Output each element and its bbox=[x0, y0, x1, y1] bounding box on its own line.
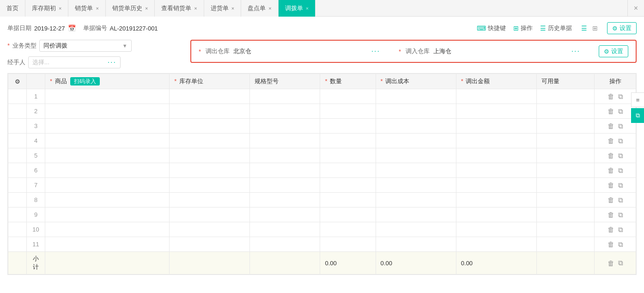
row-amount[interactable] bbox=[456, 237, 536, 252]
tab-inventory-init-close[interactable]: × bbox=[59, 6, 61, 11]
tab-stock-check[interactable]: 盘点单 × bbox=[241, 0, 278, 17]
tab-sales-order[interactable]: 销货单 × bbox=[68, 0, 105, 17]
row-available[interactable] bbox=[537, 148, 595, 163]
row-unit[interactable] bbox=[170, 208, 250, 222]
scan-button[interactable]: 扫码录入 bbox=[70, 77, 100, 85]
row-unit[interactable] bbox=[170, 222, 250, 237]
row-spec[interactable] bbox=[250, 208, 320, 222]
history-action[interactable]: ☰ 历史单据 bbox=[540, 24, 572, 32]
tab-check-sales[interactable]: 查看销货单 × bbox=[155, 0, 204, 17]
row-cost[interactable] bbox=[376, 89, 456, 104]
row-qty[interactable] bbox=[320, 208, 376, 222]
row-product[interactable] bbox=[45, 163, 170, 178]
row-cost[interactable] bbox=[376, 178, 456, 193]
tab-sales-order-close[interactable]: × bbox=[96, 6, 98, 11]
row-spec[interactable] bbox=[250, 193, 320, 208]
row-cost[interactable] bbox=[376, 222, 456, 237]
calendar-icon[interactable]: 📅 bbox=[68, 24, 76, 32]
row-spec[interactable] bbox=[250, 222, 320, 237]
tab-purchase-order-close[interactable]: × bbox=[231, 6, 234, 11]
copy-icon[interactable]: ⧉ bbox=[618, 211, 623, 219]
row-amount[interactable] bbox=[456, 208, 536, 222]
row-available[interactable] bbox=[537, 163, 595, 178]
operations-action[interactable]: ⊞ 操作 bbox=[513, 24, 533, 32]
tab-sales-history[interactable]: 销货单历史 × bbox=[106, 0, 155, 17]
row-qty[interactable] bbox=[320, 148, 376, 163]
table-settings-icon[interactable]: ⚙ bbox=[15, 78, 20, 85]
row-spec[interactable] bbox=[250, 237, 320, 252]
row-amount[interactable] bbox=[456, 134, 536, 148]
row-unit[interactable] bbox=[170, 237, 250, 252]
row-cost[interactable] bbox=[376, 104, 456, 119]
tab-purchase-order[interactable]: 进货单 × bbox=[204, 0, 241, 17]
row-available[interactable] bbox=[537, 222, 595, 237]
row-available[interactable] bbox=[537, 237, 595, 252]
delete-icon[interactable]: 🗑 bbox=[608, 196, 614, 204]
tab-home[interactable]: 首页 bbox=[0, 0, 25, 17]
row-unit[interactable] bbox=[170, 119, 250, 134]
row-cost[interactable] bbox=[376, 148, 456, 163]
row-available[interactable] bbox=[537, 208, 595, 222]
row-product[interactable] bbox=[45, 208, 170, 222]
operator-placeholder[interactable]: 选择... bbox=[32, 58, 104, 67]
tab-inventory-init[interactable]: 库存期初 × bbox=[25, 0, 68, 17]
row-available[interactable] bbox=[537, 178, 595, 193]
operator-more-icon[interactable]: ··· bbox=[108, 58, 116, 67]
side-note-button[interactable]: ≡ bbox=[631, 92, 644, 107]
row-product[interactable] bbox=[45, 148, 170, 163]
delete-icon[interactable]: 🗑 bbox=[608, 137, 614, 145]
delete-icon[interactable]: 🗑 bbox=[608, 122, 614, 130]
row-amount[interactable] bbox=[456, 193, 536, 208]
row-product[interactable] bbox=[45, 222, 170, 237]
row-amount[interactable] bbox=[456, 163, 536, 178]
layout-icon-list[interactable]: ☰ bbox=[579, 24, 589, 33]
row-qty[interactable] bbox=[320, 163, 376, 178]
row-product[interactable] bbox=[45, 119, 170, 134]
layout-icon-grid[interactable]: ⊞ bbox=[590, 24, 600, 33]
delete-icon[interactable]: 🗑 bbox=[608, 166, 614, 174]
side-export-button[interactable]: ⧉ bbox=[631, 108, 644, 123]
row-cost[interactable] bbox=[376, 163, 456, 178]
tab-sales-history-close[interactable]: × bbox=[145, 6, 148, 11]
row-cost[interactable] bbox=[376, 208, 456, 222]
row-qty[interactable] bbox=[320, 237, 376, 252]
row-unit[interactable] bbox=[170, 193, 250, 208]
row-cost[interactable] bbox=[376, 134, 456, 148]
row-cost[interactable] bbox=[376, 119, 456, 134]
row-product[interactable] bbox=[45, 178, 170, 193]
row-cost[interactable] bbox=[376, 237, 456, 252]
copy-icon[interactable]: ⧉ bbox=[618, 137, 623, 145]
row-product[interactable] bbox=[45, 237, 170, 252]
row-available[interactable] bbox=[537, 193, 595, 208]
row-available[interactable] bbox=[537, 89, 595, 104]
row-available[interactable] bbox=[537, 119, 595, 134]
tab-transfer-close[interactable]: × bbox=[306, 6, 309, 11]
row-available[interactable] bbox=[537, 104, 595, 119]
subtotal-copy-icon[interactable]: ⧉ bbox=[618, 259, 623, 267]
copy-icon[interactable]: ⧉ bbox=[618, 166, 623, 175]
row-spec[interactable] bbox=[250, 134, 320, 148]
row-amount[interactable] bbox=[456, 119, 536, 134]
row-amount[interactable] bbox=[456, 148, 536, 163]
warehouse-in-value[interactable]: 上海仓 bbox=[433, 47, 568, 55]
row-spec[interactable] bbox=[250, 104, 320, 119]
row-qty[interactable] bbox=[320, 104, 376, 119]
delete-icon[interactable]: 🗑 bbox=[608, 240, 614, 248]
row-unit[interactable] bbox=[170, 148, 250, 163]
row-spec[interactable] bbox=[250, 163, 320, 178]
settings-button[interactable]: ⚙ 设置 bbox=[607, 22, 637, 34]
tab-check-sales-close[interactable]: × bbox=[194, 6, 197, 11]
copy-icon[interactable]: ⧉ bbox=[618, 181, 623, 189]
warehouse-out-value[interactable]: 北京仓 bbox=[233, 47, 368, 55]
col-settings[interactable]: ⚙ bbox=[8, 74, 27, 89]
delete-icon[interactable]: 🗑 bbox=[608, 107, 614, 115]
warehouse-in-more-icon[interactable]: ··· bbox=[571, 47, 580, 55]
row-spec[interactable] bbox=[250, 89, 320, 104]
row-product[interactable] bbox=[45, 134, 170, 148]
tab-transfer[interactable]: 调拨单 × bbox=[279, 0, 316, 17]
row-available[interactable] bbox=[537, 134, 595, 148]
row-qty[interactable] bbox=[320, 193, 376, 208]
delete-icon[interactable]: 🗑 bbox=[608, 92, 614, 100]
copy-icon[interactable]: ⧉ bbox=[618, 226, 623, 234]
shortcuts-action[interactable]: ⌨ 快捷键 bbox=[477, 24, 506, 32]
